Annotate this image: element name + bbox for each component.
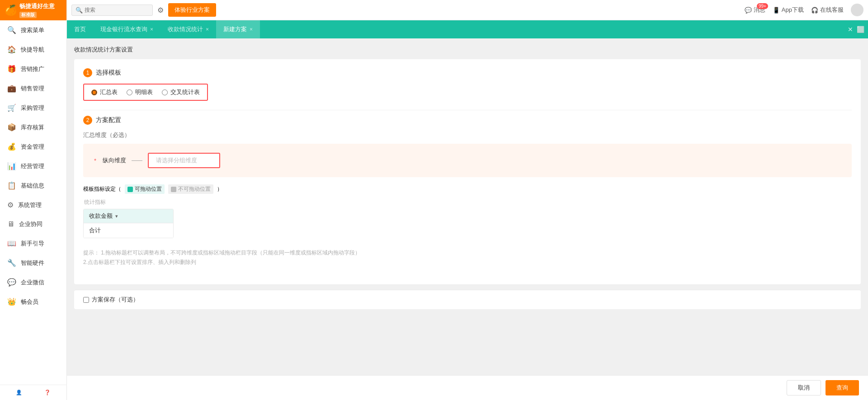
tab-home[interactable]: 首页 xyxy=(67,20,93,38)
metrics-label-suffix: ） xyxy=(217,185,222,193)
topbar: 🔍 ⚙ 体验行业方案 💬 99+ 消息 📱 App下载 🎧 在线客服 xyxy=(67,0,868,20)
dimension-box: * 纵向维度 —— 请选择分组维度 xyxy=(83,144,852,177)
sidebar-item-search[interactable]: 🔍 搜索菜单 xyxy=(0,20,66,40)
sidebar-item-finance[interactable]: 💰 资金管理 xyxy=(0,137,66,156)
tip-item-2: 2.点击标题栏下拉可设置排序、插入列和删除列 xyxy=(83,259,852,266)
cart-icon: 🛒 xyxy=(7,104,16,112)
chart-icon: 📊 xyxy=(7,162,16,170)
tab-close-cashflow[interactable]: × xyxy=(150,26,153,33)
maximize-btn[interactable]: ⬜ xyxy=(857,26,864,33)
sidebar-item-inventory[interactable]: 📦 库存核算 xyxy=(0,118,66,137)
content-area: 收款情况统计方案设置 1 选择模板 汇总表 明细表 xyxy=(67,38,868,375)
tab-close-new[interactable]: × xyxy=(250,26,253,33)
settings-icon[interactable]: ⚙ xyxy=(157,6,164,14)
sidebar-item-collab[interactable]: 🖥 企业协同 xyxy=(0,215,66,234)
briefcase-icon: 💼 xyxy=(7,84,16,93)
tab-label: 新建方案 xyxy=(223,25,247,33)
stat-table-row: 合计 xyxy=(84,223,173,238)
tip-item-1: 提示： 1.拖动标题栏可以调整布局，不可跨维度或指标区域拖动栏目字段（只能在同一… xyxy=(83,249,852,257)
radio-cross-input[interactable] xyxy=(162,89,168,95)
query-button[interactable]: 查询 xyxy=(826,380,859,395)
tab-label: 现金银行流水查询 xyxy=(100,25,147,33)
search-icon: 🔍 xyxy=(7,26,16,34)
close-window-btn[interactable]: ✕ xyxy=(848,26,853,33)
app-logo: 🍊 畅捷通好生意 标准版 xyxy=(0,0,66,20)
sidebar-item-label: 销售管理 xyxy=(21,85,44,93)
sidebar-item-management[interactable]: 📊 经营管理 xyxy=(0,156,66,176)
headset-icon: 🎧 xyxy=(811,7,818,14)
search-box[interactable]: 🔍 xyxy=(71,5,153,16)
gear-icon: ⚙ xyxy=(7,201,14,209)
tab-new-plan[interactable]: 新建方案 × xyxy=(216,20,260,38)
page-title: 收款情况统计方案设置 xyxy=(74,46,861,54)
draggable-tag: 可拖动位置 xyxy=(125,184,165,194)
main-card: 1 选择模板 汇总表 明细表 交叉统计表 xyxy=(74,59,861,284)
stat-table-header[interactable]: 收款金额 ▾ xyxy=(84,209,173,223)
service-btn[interactable]: 🎧 在线客服 xyxy=(811,6,844,14)
dimension-select[interactable]: 请选择分组维度 xyxy=(148,153,220,168)
save-checkbox[interactable] xyxy=(83,297,89,303)
sidebar-item-label: 营销推广 xyxy=(21,65,44,73)
sidebar-item-purchase[interactable]: 🛒 采购管理 xyxy=(0,98,66,118)
stat-table-wrapper: 统计指标 收款金额 ▾ 合计 xyxy=(83,198,852,238)
save-option-label: 方案保存（可选） xyxy=(92,296,139,304)
sidebar-item-label: 经营管理 xyxy=(21,162,44,170)
message-count: 99+ xyxy=(757,3,768,9)
logo-icon: 🍊 xyxy=(5,5,17,16)
sidebar-item-system[interactable]: ⚙ 系统管理 xyxy=(0,195,66,215)
footer-icon-1[interactable]: 👤 xyxy=(16,390,22,395)
search-icon: 🔍 xyxy=(75,7,83,14)
sidebar-item-label: 系统管理 xyxy=(18,201,42,209)
tips-section: 提示： 1.拖动标题栏可以调整布局，不可跨维度或指标区域拖动栏目字段（只能在同一… xyxy=(83,249,852,266)
box-icon: 📦 xyxy=(7,123,16,132)
footer-icon-2[interactable]: ❓ xyxy=(44,390,51,395)
gift-icon: 🎁 xyxy=(7,65,16,73)
row-label: 合计 xyxy=(89,227,101,234)
book-icon: 📖 xyxy=(7,239,16,248)
download-btn[interactable]: 📱 App下载 xyxy=(773,6,804,14)
stat-table: 收款金额 ▾ 合计 xyxy=(83,209,174,238)
sidebar-item-label: 快捷导航 xyxy=(21,46,44,54)
radio-detail-input[interactable] xyxy=(127,89,132,95)
step2-content: 汇总维度（必选） * 纵向维度 —— 请选择分组维度 xyxy=(83,131,852,266)
sidebar: 🍊 畅捷通好生意 标准版 🔍 搜索菜单 🏠 快捷导航 🎁 营销推广 💼 销售管理… xyxy=(0,0,67,400)
sidebar-item-wechat[interactable]: 💬 企业微信 xyxy=(0,273,66,292)
dropdown-icon: ▾ xyxy=(115,213,118,219)
step2-label: 方案配置 xyxy=(96,116,121,124)
tabs-bar: 首页 现金银行流水查询 × 收款情况统计 × 新建方案 × ✕ ⬜ xyxy=(67,20,868,38)
sidebar-item-label: 新手引导 xyxy=(21,240,44,248)
message-btn[interactable]: 💬 99+ 消息 xyxy=(745,6,765,14)
dimension-placeholder: 请选择分组维度 xyxy=(156,157,197,164)
download-icon: 📱 xyxy=(773,7,780,14)
industry-btn[interactable]: 体验行业方案 xyxy=(168,3,216,17)
tab-cashflow[interactable]: 现金银行流水查询 × xyxy=(93,20,160,38)
tab-receipt[interactable]: 收款情况统计 × xyxy=(160,20,216,38)
tabs-bar-right: ✕ ⬜ xyxy=(848,26,868,33)
tab-close-receipt[interactable]: × xyxy=(206,26,209,33)
sidebar-item-label: 库存核算 xyxy=(21,123,44,132)
tab-label: 收款情况统计 xyxy=(168,25,203,33)
topbar-right: 💬 99+ 消息 📱 App下载 🎧 在线客服 xyxy=(745,4,863,16)
list-icon: 📋 xyxy=(7,181,16,190)
home-icon: 🏠 xyxy=(7,45,16,54)
radio-cross[interactable]: 交叉统计表 xyxy=(162,88,200,96)
sidebar-item-member[interactable]: 👑 畅会员 xyxy=(0,292,66,311)
sidebar-item-hardware[interactable]: 🔧 智能硬件 xyxy=(0,253,66,273)
search-input[interactable] xyxy=(85,7,148,13)
step2-section: 2 方案配置 汇总维度（必选） * 纵向维度 —— 请选择分组维度 xyxy=(83,116,852,266)
user-avatar[interactable] xyxy=(851,4,863,16)
metrics-section: 模板指标设定（ 可拖动位置 不可拖动位置 ） xyxy=(83,184,852,238)
cancel-button[interactable]: 取消 xyxy=(787,380,821,395)
sidebar-item-guide[interactable]: 📖 新手引导 xyxy=(0,234,66,253)
sidebar-item-nav[interactable]: 🏠 快捷导航 xyxy=(0,40,66,59)
sidebar-item-label: 搜索菜单 xyxy=(21,26,44,34)
radio-detail[interactable]: 明细表 xyxy=(127,88,153,96)
message-icon: 💬 xyxy=(745,7,752,14)
sidebar-item-sales[interactable]: 💼 销售管理 xyxy=(0,79,66,98)
sidebar-item-marketing[interactable]: 🎁 营销推广 xyxy=(0,59,66,79)
radio-summary[interactable]: 汇总表 xyxy=(91,88,118,96)
main-area: 🔍 ⚙ 体验行业方案 💬 99+ 消息 📱 App下载 🎧 在线客服 首页 xyxy=(67,0,868,400)
radio-summary-label: 汇总表 xyxy=(100,88,118,96)
sidebar-item-base[interactable]: 📋 基础信息 xyxy=(0,176,66,195)
radio-summary-input[interactable] xyxy=(91,89,97,95)
